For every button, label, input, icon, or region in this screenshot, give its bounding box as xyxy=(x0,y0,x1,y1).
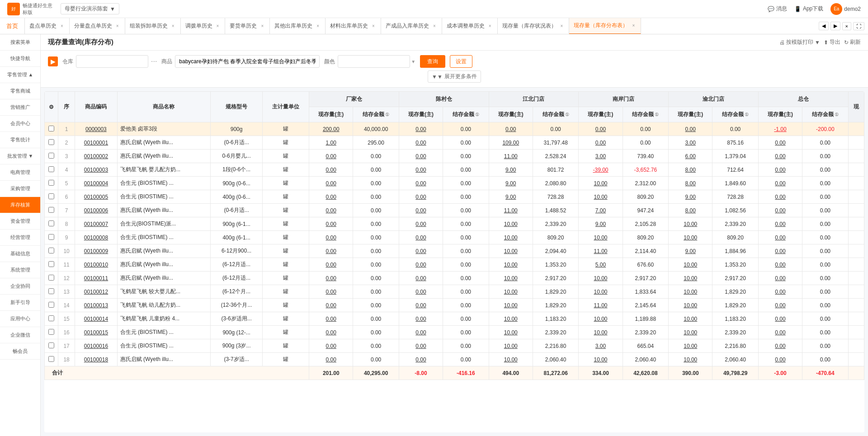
close-tab-zuzhuang[interactable]: × xyxy=(170,23,176,29)
tab-fenliang[interactable]: 分量盘点单历史 × xyxy=(70,18,125,34)
tab-home[interactable]: 首页 xyxy=(0,18,25,34)
tab-chengben[interactable]: 成本调整单历史 × xyxy=(442,18,498,34)
row-code[interactable]: 00100015 xyxy=(75,326,118,339)
row-jiangbei-qty[interactable]: 11.00 xyxy=(489,204,533,217)
row-jiangbei-qty[interactable]: 9.00 xyxy=(489,163,533,177)
row-yubeimen-qty[interactable]: 9.00 xyxy=(669,244,712,258)
close-tab-xiancun-status[interactable]: × xyxy=(559,23,565,29)
row-jiangbei-qty[interactable]: 10.00 xyxy=(489,326,533,339)
row-nanan-qty[interactable]: 10.00 xyxy=(579,231,623,244)
row-check[interactable] xyxy=(45,299,58,312)
tab-pandian[interactable]: 盘点单历史 × xyxy=(25,18,70,34)
row-jiangbei-qty[interactable]: 0.00 xyxy=(489,122,533,136)
tab-prev[interactable]: ◀ xyxy=(819,22,829,30)
row-nanan-qty[interactable]: 10.00 xyxy=(579,312,623,326)
row-check[interactable] xyxy=(45,339,58,353)
row-yubeimen-qty[interactable]: 10.00 xyxy=(669,258,712,272)
row-code[interactable]: 00100008 xyxy=(75,231,118,244)
row-check[interactable] xyxy=(45,204,58,217)
row-check[interactable] xyxy=(45,285,58,299)
row-factory-qty[interactable]: 0.00 xyxy=(309,163,353,177)
row-jiangbei-qty[interactable]: 11.00 xyxy=(489,150,533,163)
row-factory-qty[interactable]: 0.00 xyxy=(309,312,353,326)
warehouse-dots[interactable]: ··· xyxy=(151,57,157,66)
row-check[interactable] xyxy=(45,312,58,326)
row-nanan-qty[interactable]: 0.00 xyxy=(579,136,623,150)
row-check[interactable] xyxy=(45,163,58,177)
row-yubeimen-qty[interactable]: 10.00 xyxy=(669,339,712,353)
row-nanan-qty[interactable]: 10.00 xyxy=(579,272,623,285)
row-nanan-qty[interactable]: 3.00 xyxy=(579,150,623,163)
row-factory-qty[interactable]: 0.00 xyxy=(309,244,353,258)
row-code[interactable]: 00100016 xyxy=(75,339,118,353)
row-check[interactable] xyxy=(45,177,58,190)
row-factory-qty[interactable]: 0.00 xyxy=(309,339,353,353)
row-nanan-qty[interactable]: 10.00 xyxy=(579,285,623,299)
color-input[interactable] xyxy=(338,55,410,68)
row-total-qty[interactable]: 0.00 xyxy=(758,163,802,177)
row-jiangbei-qty[interactable]: 10.00 xyxy=(489,339,533,353)
close-tab-cailiao[interactable]: × xyxy=(371,23,376,29)
tab-xiancun-dist[interactable]: 现存量（库存分布表） × xyxy=(569,18,641,34)
row-check[interactable] xyxy=(45,122,58,136)
sidebar-item-marketing[interactable]: 营销推广 xyxy=(0,99,40,116)
close-tab-chengpin[interactable]: × xyxy=(432,23,437,29)
row-factory-qty[interactable]: 0.00 xyxy=(309,285,353,299)
tab-fullscreen[interactable]: ⛶ xyxy=(853,22,864,30)
tab-close-all[interactable]: × xyxy=(842,22,851,30)
row-chen-qty[interactable]: 0.00 xyxy=(399,272,443,285)
row-factory-qty[interactable]: 0.00 xyxy=(309,150,353,163)
tab-zuzhuang[interactable]: 组装拆卸单历史 × xyxy=(125,18,181,34)
row-total-qty[interactable]: 0.00 xyxy=(758,204,802,217)
row-chen-qty[interactable]: 0.00 xyxy=(399,231,443,244)
row-chen-qty[interactable]: 0.00 xyxy=(399,258,443,272)
row-factory-qty[interactable]: 0.00 xyxy=(309,204,353,217)
row-check[interactable] xyxy=(45,136,58,150)
row-code[interactable]: 00100013 xyxy=(75,299,118,312)
row-total-qty[interactable]: 0.00 xyxy=(758,136,802,150)
sidebar-item-inventory[interactable]: 库存核算 xyxy=(0,197,40,213)
filter-expand-arrow[interactable]: ▶ xyxy=(48,56,58,66)
row-chen-qty[interactable]: 0.00 xyxy=(399,163,443,177)
row-chen-qty[interactable]: 0.00 xyxy=(399,150,443,163)
row-check[interactable] xyxy=(45,244,58,258)
search-btn[interactable]: 查询 xyxy=(420,55,445,68)
print-btn[interactable]: 🖨 按模版打印 ▼ xyxy=(779,38,820,46)
row-chen-qty[interactable]: 0.00 xyxy=(399,312,443,326)
row-code[interactable]: 00100010 xyxy=(75,258,118,272)
row-nanan-qty[interactable]: 10.00 xyxy=(579,190,623,204)
row-jiangbei-qty[interactable]: 109.00 xyxy=(489,136,533,150)
tab-next[interactable]: ▶ xyxy=(830,22,840,30)
row-yubeimen-qty[interactable]: 10.00 xyxy=(669,353,712,366)
row-nanan-qty[interactable]: 5.00 xyxy=(579,258,623,272)
user-area[interactable]: Ea demo2 xyxy=(830,3,861,15)
sidebar-item-system[interactable]: 系统管理 xyxy=(0,262,40,278)
warehouse-input[interactable] xyxy=(76,55,148,68)
row-total-qty[interactable]: 0.00 xyxy=(758,299,802,312)
row-yubeimen-qty[interactable]: 10.00 xyxy=(669,312,712,326)
sidebar-item-guide[interactable]: 新手引导 xyxy=(0,295,40,311)
row-check[interactable] xyxy=(45,258,58,272)
row-check[interactable] xyxy=(45,190,58,204)
app-download-btn[interactable]: 📱 App下载 xyxy=(794,5,823,13)
row-yubeimen-qty[interactable]: 3.00 xyxy=(669,136,712,150)
row-nanan-qty[interactable]: 0.00 xyxy=(579,122,623,136)
row-total-qty[interactable]: 0.00 xyxy=(758,312,802,326)
tab-yaohuo[interactable]: 要货单历史 × xyxy=(225,18,270,34)
row-total-qty[interactable]: 0.00 xyxy=(758,326,802,339)
row-nanan-qty[interactable]: 11.00 xyxy=(579,299,623,312)
row-code[interactable]: 00100007 xyxy=(75,217,118,231)
row-yubeimen-qty[interactable]: 10.00 xyxy=(669,326,712,339)
row-check[interactable] xyxy=(45,231,58,244)
row-check[interactable] xyxy=(45,150,58,163)
row-nanan-qty[interactable]: -39.00 xyxy=(579,163,623,177)
tab-qita[interactable]: 其他出库单历史 × xyxy=(270,18,326,34)
row-jiangbei-qty[interactable]: 10.00 xyxy=(489,231,533,244)
row-total-qty[interactable]: 0.00 xyxy=(758,231,802,244)
sidebar-item-search[interactable]: 搜索英单 xyxy=(0,34,40,51)
sidebar-item-collab[interactable]: 企业协同 xyxy=(0,278,40,295)
row-jiangbei-qty[interactable]: 10.00 xyxy=(489,272,533,285)
close-tab-xiancun-dist[interactable]: × xyxy=(631,23,636,28)
row-code[interactable]: 00100002 xyxy=(75,150,118,163)
row-chen-qty[interactable]: 0.00 xyxy=(399,177,443,190)
